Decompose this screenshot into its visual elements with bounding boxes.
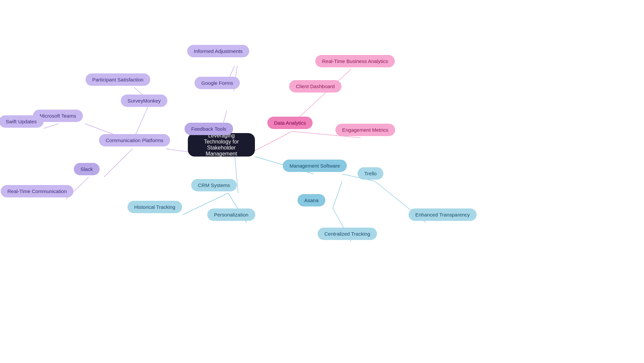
node-feedback-tools: Feedback Tools [184,123,233,135]
node-communication-platforms: Communication Platforms [99,134,170,146]
center-node: Leveraging Technology for Stakeholder Ma… [188,133,255,157]
svg-line-8 [44,124,59,128]
node-informed-adjustments: Informed Adjustments [187,45,249,57]
node-surveymonkey: SurveyMonkey [121,95,167,107]
node-slack: Slack [74,163,100,175]
node-participant-satisfaction: Participant Satisfaction [86,73,150,86]
node-real-time-communication: Real-Time Communication [1,185,73,197]
node-trello: Trello [358,167,383,180]
node-historical-tracking: Historical Tracking [127,201,182,213]
node-crm-systems: CRM Systems [191,179,237,191]
node-client-dashboard: Client Dashboard [289,80,341,93]
node-enhanced-transparency: Enhanced Transparency [409,208,477,221]
svg-line-7 [104,149,132,177]
node-asana: Asana [298,194,325,206]
node-swift-updates: Swift Updates [0,115,44,128]
node-management-software: Management Software [283,160,347,172]
node-engagement-metrics: Engagement Metrics [335,124,395,136]
node-real-time-business-analytics: Real-Time Business Analytics [315,55,395,67]
node-personalization: Personalization [207,208,255,221]
node-data-analytics: Data Analytics [267,117,313,129]
svg-line-19 [333,181,342,208]
svg-line-2 [255,131,292,151]
node-centralized-tracking: Centralized Tracking [318,228,377,240]
node-google-forms: Google Forms [195,77,240,89]
